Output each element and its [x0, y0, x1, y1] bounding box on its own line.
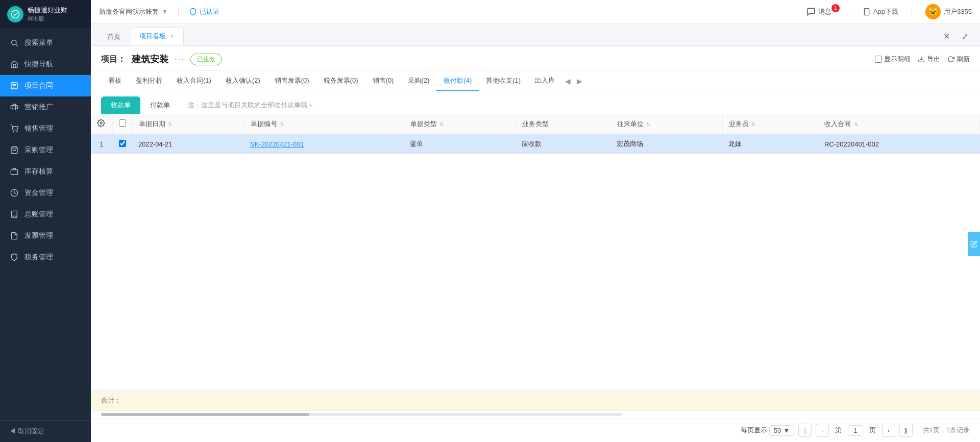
invoice-icon	[9, 231, 19, 241]
tab-project-board-label: 项目看板	[139, 32, 166, 41]
page-number-input[interactable]: 1	[848, 425, 863, 436]
sidebar-item-search[interactable]: 搜索菜单	[0, 32, 91, 54]
search-icon	[9, 38, 19, 48]
table-row[interactable]: 1 2022-04-21 SK-20220421-001 蓝单	[91, 134, 980, 154]
sub-tab-income-confirm[interactable]: 收入确认(2)	[218, 71, 267, 91]
show-detail-checkbox[interactable]	[875, 56, 882, 63]
sub-tabs: 看板 盈利分析 收入合同(1) 收入确认(2) 销售发票(0) 税务发票(0) …	[91, 71, 980, 91]
svg-point-0	[12, 11, 19, 18]
row-biz-type: 应收款	[516, 134, 610, 154]
row-no[interactable]: SK-20220421-001	[244, 134, 404, 154]
sidebar-item-marketing[interactable]: 营销推广	[0, 96, 91, 118]
sidebar-item-project-contract[interactable]: 项目合同	[0, 75, 91, 96]
sub-tab-arrow-right[interactable]: ▶	[574, 73, 585, 89]
row-checkbox[interactable]	[119, 140, 126, 147]
sidebar-item-finance[interactable]: 资金管理	[0, 182, 91, 204]
th-settings[interactable]	[91, 114, 112, 134]
tab-project-board[interactable]: 项目看板 ×	[131, 27, 184, 45]
show-detail-toggle[interactable]: 显示明细	[875, 55, 911, 64]
sidebar-item-tax[interactable]: 税务管理	[0, 247, 91, 268]
sub-tab-inout[interactable]: 出入库	[528, 71, 562, 91]
th-checkbox[interactable]	[112, 114, 132, 134]
sub-tab-tax-invoice[interactable]: 税务发票(0)	[316, 71, 365, 91]
svg-point-7	[13, 131, 13, 132]
page-last-button[interactable]: ⟫	[899, 424, 913, 437]
inventory-icon	[9, 166, 19, 177]
page-header-actions: 显示明细 导出 刷新	[875, 55, 970, 64]
row-checkbox-cell[interactable]	[112, 134, 132, 154]
inner-tab-receipt-label: 收款单	[111, 101, 131, 109]
right-panel-toggle[interactable]	[968, 232, 980, 256]
close-window-button[interactable]: ✕	[939, 29, 953, 43]
th-biz-type: 业务类型	[516, 114, 610, 134]
row-date: 2022-04-21	[132, 134, 244, 154]
page-title: 建筑安装	[132, 53, 168, 65]
inner-tab-receipt[interactable]: 收款单	[101, 96, 140, 114]
message-label: 消息	[818, 7, 831, 16]
project-selector[interactable]: 新服务官网演示账套 ▼	[99, 7, 168, 16]
scrollbar-thumb[interactable]	[101, 413, 309, 416]
th-date[interactable]: 单据日期 ⇅	[132, 114, 244, 134]
pagination: 每页显示 50 ▼ ⟪ ‹ 第 1 页 › ⟫ 共1页，1条记录	[91, 418, 980, 442]
th-partner[interactable]: 往来单位 ⇅	[610, 114, 722, 134]
sub-tab-sales[interactable]: 销售(0)	[365, 71, 401, 91]
project-selector-label: 新服务官网演示账套	[99, 7, 159, 16]
sidebar-unpin[interactable]: ◀ 取消固定	[0, 420, 91, 442]
marketing-icon	[9, 102, 19, 112]
sub-tab-other-payment[interactable]: 其他收支(1)	[479, 71, 528, 91]
main-area: 新服务官网演示账套 ▼ 已认证 消息 1 App下载 🐱 用户3355	[91, 0, 980, 442]
cert-label: 已认证	[200, 7, 219, 16]
topbar-divider3	[912, 7, 912, 17]
page-number: 1	[853, 427, 857, 434]
sidebar-item-purchase-mgmt-label: 采购管理	[24, 145, 53, 155]
tab-home[interactable]: 首页	[99, 28, 129, 45]
status-badge: 已生效	[190, 54, 222, 65]
refresh-button[interactable]: 刷新	[947, 55, 970, 64]
per-page-value: 50	[774, 427, 781, 434]
sub-tab-kanban[interactable]: 看板	[101, 71, 129, 91]
content-body: 项目： 建筑安装 ··· 已生效 显示明细 导出 刷新	[91, 46, 980, 442]
sidebar-header: 畅捷通好业财 标准版	[0, 0, 91, 29]
th-salesman[interactable]: 业务员 ⇅	[722, 114, 818, 134]
sort-partner-icon: ⇅	[646, 121, 650, 127]
sub-tab-arrow-left[interactable]: ◀	[562, 73, 574, 89]
table-wrap: 单据日期 ⇅ 单据编号 ⇅ 单据类型 ⇅ 业务类型	[91, 114, 980, 390]
sub-tab-income-contract[interactable]: 收入合同(1)	[169, 71, 218, 91]
th-no[interactable]: 单据编号 ⇅	[244, 114, 404, 134]
app-name: 畅捷通好业财	[28, 6, 67, 15]
sidebar-item-purchase-mgmt[interactable]: 采购管理	[0, 139, 91, 161]
expand-window-button[interactable]: ⤢	[958, 29, 972, 43]
page-prev-button[interactable]: ‹	[816, 424, 829, 437]
inner-tab-payment[interactable]: 付款单	[140, 96, 180, 114]
inner-tab-note: 注：这里是与项目关联的全部收付款单哦～	[188, 101, 314, 110]
export-button[interactable]: 导出	[918, 55, 940, 64]
message-button[interactable]: 消息 1	[802, 7, 836, 16]
sub-tab-payment[interactable]: 收付款(4)	[436, 71, 479, 91]
page-first-button[interactable]: ⟪	[798, 424, 812, 437]
table-footer: 合计：	[91, 390, 980, 410]
th-type[interactable]: 单据类型 ⇅	[404, 114, 516, 134]
sub-tab-profit[interactable]: 盈利分析	[129, 71, 169, 91]
sidebar-item-inventory[interactable]: 库存核算	[0, 161, 91, 182]
th-contract[interactable]: 收入合同 ⇅	[818, 114, 980, 134]
sort-type-icon: ⇅	[439, 121, 444, 127]
sidebar-item-invoice[interactable]: 发票管理	[0, 225, 91, 247]
sub-tab-sales-invoice[interactable]: 销售发票(0)	[267, 71, 316, 91]
app-download-button[interactable]: App下载	[863, 7, 898, 16]
sidebar-item-sales-mgmt[interactable]: 销售管理	[0, 118, 91, 139]
sidebar-item-ledger[interactable]: 总账管理	[0, 204, 91, 225]
user-label: 用户3355	[944, 7, 972, 16]
row-no-link[interactable]: SK-20220421-001	[250, 140, 304, 148]
sidebar-item-sales-mgmt-label: 销售管理	[24, 124, 53, 133]
more-options-button[interactable]: ···	[175, 55, 184, 64]
sub-tab-purchase[interactable]: 采购(2)	[401, 71, 436, 91]
per-page-dropdown[interactable]: 50 ▼	[769, 425, 794, 436]
user-menu[interactable]: 🐱 用户3355	[925, 4, 972, 19]
tab-close-button[interactable]: ×	[169, 33, 175, 40]
message-badge: 1	[831, 4, 840, 12]
export-icon	[918, 56, 925, 63]
scrollbar-inner	[101, 413, 622, 416]
page-next-button[interactable]: ›	[882, 424, 895, 437]
select-all-checkbox[interactable]	[119, 119, 126, 127]
sidebar-item-quick-nav[interactable]: 快捷导航	[0, 54, 91, 75]
